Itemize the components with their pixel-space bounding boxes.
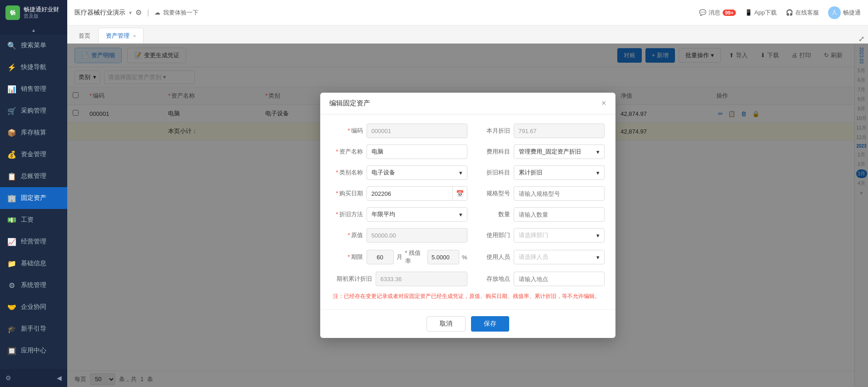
collapse-icon[interactable]: ◀ [57, 374, 62, 382]
sidebar-item-label: 搜索菜单 [21, 41, 46, 50]
sidebar-item-quicknav[interactable]: ⚡ 快捷导航 [0, 56, 67, 78]
dep-method-select[interactable]: 年限平均 ▾ [367, 207, 467, 222]
residual-rate-label: * 残值率 [405, 249, 425, 265]
sidebar-scroll-up[interactable]: ▲ [0, 25, 67, 35]
industry-dropdown-icon[interactable]: ▾ [129, 10, 132, 16]
tab-home[interactable]: 首页 [71, 28, 98, 43]
location-input[interactable] [514, 272, 605, 286]
location-row: 存放地点 [478, 272, 605, 286]
dep-subject-row: 折旧科目 累计折旧 ▾ [478, 165, 605, 180]
sales-icon: 📊 [7, 85, 16, 94]
code-field-row: *编码 [331, 124, 467, 138]
initial-dep-label: 期初累计折旧 [331, 275, 372, 283]
sidebar-menu: 🔍 搜索菜单 ⚡ 快捷导航 📊 销售管理 🛒 采购管理 📦 库存核算 💰 资金管… [0, 35, 67, 369]
period-inline: 月 * 残值率 % [367, 249, 467, 265]
code-input[interactable] [367, 124, 467, 138]
dialog-footer: 取消 保存 [320, 309, 615, 338]
monthly-dep-input[interactable] [514, 124, 605, 138]
sidebar: 畅 畅捷通好业财 普及版 ▲ 🔍 搜索菜单 ⚡ 快捷导航 📊 销售管理 🛒 采购… [0, 0, 67, 387]
person-row: 使用人员 请选择人员 ▾ [478, 249, 605, 265]
sidebar-item-label: 快捷导航 [21, 63, 46, 71]
location-label: 存放地点 [478, 275, 510, 283]
sidebar-item-label: 新手引导 [21, 325, 46, 333]
sidebar-item-wage[interactable]: 💵 工资 [0, 209, 67, 231]
app-download-action[interactable]: 📱 App下载 [745, 9, 777, 17]
person-select[interactable]: 请选择人员 ▾ [514, 250, 605, 264]
asset-name-label: *资产名称 [331, 148, 363, 156]
sidebar-item-coop[interactable]: 🤝 企业协同 [0, 296, 67, 318]
message-icon: 💬 [699, 9, 706, 16]
sidebar-item-label: 企业协同 [21, 303, 46, 311]
dep-subject-label: 折旧科目 [478, 169, 510, 177]
sidebar-item-ledger[interactable]: 📋 总账管理 [0, 165, 67, 187]
sidebar-item-label: 固定资产 [21, 194, 46, 202]
industry-title: 医疗器械行业演示 [74, 9, 125, 17]
tabbar-window-icon[interactable]: ⤢ [858, 35, 864, 43]
original-value-input[interactable] [367, 228, 467, 243]
search-icon: 🔍 [7, 41, 16, 50]
service-action[interactable]: 🎧 在线客服 [786, 9, 819, 17]
period-input[interactable] [367, 250, 394, 264]
sidebar-item-label: 经营管理 [21, 238, 46, 246]
sidebar-item-search[interactable]: 🔍 搜索菜单 [0, 35, 67, 56]
dep-method-dropdown-icon: ▾ [459, 211, 462, 218]
cancel-button[interactable]: 取消 [427, 316, 466, 332]
settings-icon[interactable]: ⚙ [135, 8, 142, 17]
dep-subject-dropdown-icon: ▾ [596, 169, 600, 176]
sidebar-item-inventory[interactable]: 📦 库存核算 [0, 122, 67, 144]
expense-subject-select[interactable]: 管理费用_固定资产折旧 ▾ [514, 144, 605, 159]
asset-name-input[interactable] [367, 144, 467, 159]
sidebar-item-purchase[interactable]: 🛒 采购管理 [0, 100, 67, 122]
sidebar-item-newbie[interactable]: 🎓 新手引导 [0, 318, 67, 340]
experience-btn[interactable]: ☁ 我要体验一下 [154, 9, 198, 17]
sidebar-item-fixed[interactable]: 🏢 固定资产 [0, 187, 67, 209]
coop-icon: 🤝 [7, 303, 16, 312]
department-label: 使用部门 [478, 231, 510, 239]
calendar-icon[interactable]: 📅 [452, 187, 467, 200]
message-badge: 99+ [723, 10, 736, 16]
sidebar-item-capital[interactable]: 💰 资金管理 [0, 144, 67, 165]
asset-name-row: *资产名称 [331, 144, 467, 159]
department-select[interactable]: 请选择部门 ▾ [514, 228, 605, 243]
period-residual-row: *期限 月 * 残值率 % [331, 249, 467, 265]
dep-method-label: *折旧方法 [331, 210, 363, 218]
dep-subject-select[interactable]: 累计折旧 ▾ [514, 165, 605, 180]
dialog-close-button[interactable]: × [601, 99, 606, 108]
sidebar-item-label: 基础信息 [21, 259, 46, 268]
form-grid: *编码 本月折旧 *资产名称 [331, 124, 605, 286]
residual-rate-input[interactable] [427, 250, 459, 264]
tab-asset-mgmt-label: 资产管理 [106, 32, 129, 40]
sidebar-bottom: ⚙ ◀ [0, 369, 67, 387]
category-dropdown-icon: ▾ [459, 169, 462, 176]
topbar-left: 医疗器械行业演示 ▾ ⚙ | ☁ 我要体验一下 [74, 8, 198, 17]
sidebar-item-sales[interactable]: 📊 销售管理 [0, 78, 67, 100]
edit-dialog: 编辑固定资产 × *编码 本月折旧 [320, 93, 615, 338]
logo-text: 畅捷通好业财 [24, 6, 59, 13]
sidebar-item-basic[interactable]: 📁 基础信息 [0, 253, 67, 274]
sidebar-item-label: 销售管理 [21, 85, 46, 93]
system-icon: ⚙ [7, 281, 16, 290]
message-action[interactable]: 💬 消息 99+ [699, 9, 736, 17]
quantity-input[interactable] [514, 207, 605, 222]
residual-rate-unit: % [462, 254, 467, 261]
tab-home-label: 首页 [79, 32, 90, 40]
purchase-date-input[interactable] [367, 187, 452, 200]
quantity-row: 数量 [478, 207, 605, 222]
spec-input[interactable] [514, 186, 605, 201]
save-button[interactable]: 保存 [471, 316, 509, 332]
tab-close-icon[interactable]: × [133, 33, 136, 39]
settings-bottom-icon[interactable]: ⚙ [5, 374, 11, 382]
category-select[interactable]: 电子设备 ▾ [367, 165, 467, 180]
content-area: 📄 资产明细 📝 变更生成凭证 对账 + 新增 [67, 44, 868, 387]
sidebar-item-label: 库存核算 [21, 129, 46, 137]
sidebar-item-system[interactable]: ⚙ 系统管理 [0, 274, 67, 296]
monthly-dep-row: 本月折旧 [478, 124, 605, 138]
user-action[interactable]: 人 畅捷通 [828, 6, 861, 19]
sidebar-item-apps[interactable]: 🔲 应用中心 [0, 340, 67, 362]
period-label: *期限 [331, 253, 363, 261]
sidebar-item-ops[interactable]: 📈 经营管理 [0, 231, 67, 253]
purchase-date-row: *购买日期 📅 [331, 186, 467, 201]
tab-asset-mgmt[interactable]: 资产管理 × [98, 28, 144, 43]
ops-icon: 📈 [7, 238, 16, 246]
initial-dep-input[interactable] [376, 272, 467, 286]
